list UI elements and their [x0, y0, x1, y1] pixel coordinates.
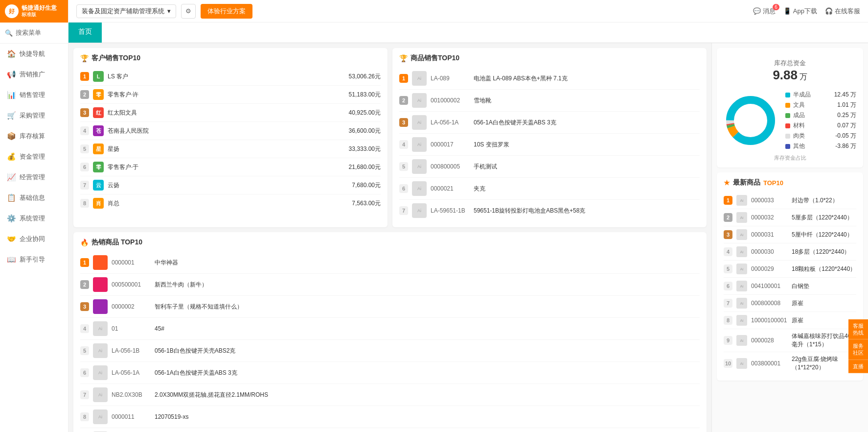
customer-name: 星扬 — [108, 145, 345, 153]
legend-item: 成品 0.25 万 — [785, 110, 856, 120]
marketing-icon: 📢 — [7, 70, 16, 79]
avatar: 零 — [93, 162, 104, 172]
customer-value: 36,600.00元 — [349, 127, 381, 135]
product-name: 5厘多层（1220*2440） — [792, 214, 856, 222]
community-label: 服务社区 — [853, 343, 864, 356]
product-name: 056-1B白色按键开关壳ABS2克 — [155, 347, 700, 355]
donut-chart-container: 半成品 12.45 万 文具 1.01 万 成品 0.25 万 材料 — [724, 90, 856, 151]
rank-number: 3 — [80, 302, 89, 311]
product-code: 0000021 — [431, 185, 470, 192]
sidebar-item-system[interactable]: ⚙️ 系统管理 — [0, 208, 68, 229]
newest-products-list: 1 Ai 0000033 封边带（1.0*22） 2 Ai 0000032 5厘… — [724, 192, 856, 375]
product-name: 夹克 — [474, 185, 700, 193]
rank-number: 5 — [80, 346, 89, 355]
rank-number: 2 — [724, 213, 732, 222]
sidebar-item-label: 系统管理 — [20, 214, 45, 223]
product-icon: Ai — [736, 195, 747, 206]
online-service-btn[interactable]: 🎧 在线客服 — [825, 7, 860, 16]
live-label: 直播 — [853, 363, 864, 369]
product-thumb — [93, 299, 108, 314]
star-icon: ★ — [724, 179, 730, 187]
list-item: 6 Ai 004100001 白钢垫 — [724, 278, 856, 295]
list-item: 1 0000001 中华神器 — [80, 252, 700, 274]
float-btn-live[interactable]: 直播 — [848, 360, 868, 373]
list-item: 8 Ai 0000011 12070519-xs — [80, 406, 700, 428]
app-download-label: App下载 — [793, 7, 817, 16]
rank-number: 4 — [80, 324, 89, 333]
svg-point-5 — [735, 105, 766, 136]
sidebar-item-label: 营销推广 — [20, 70, 45, 79]
product-thumb: Ai — [412, 71, 427, 86]
customer-value: 7,680.00元 — [352, 181, 381, 190]
content-right: 库存总资金 9.88 万 — [711, 43, 868, 432]
product-icon: Ai — [736, 335, 747, 346]
sidebar-item-basic-info[interactable]: 📋 基础信息 — [0, 188, 68, 208]
list-item: 7 Ai NB2.0X30B 2.0X30MM双搓花轴,搓花直径2.1MM/RO… — [80, 384, 700, 406]
product-name: 雪地靴 — [474, 96, 700, 105]
product-thumb — [93, 255, 108, 270]
rank-number: 2 — [399, 96, 408, 105]
content-area: 🏆 客户销售TOP10 1 L LS 客户 53,006.26元 2 零 — [69, 43, 868, 432]
sidebar-item-marketing[interactable]: 📢 营销推广 — [0, 64, 68, 85]
trial-button[interactable]: 体验行业方案 — [201, 4, 252, 19]
logo-sub: 标准版 — [22, 11, 57, 18]
service-label: 客服热线 — [853, 323, 864, 336]
sidebar-item-inventory[interactable]: 📦 库存核算 — [0, 126, 68, 146]
sidebar-item-guide[interactable]: 📖 新手引导 — [0, 249, 68, 270]
message-btn[interactable]: 💬 消息 6 — [753, 7, 776, 16]
float-btn-service[interactable]: 客服热线 — [848, 319, 868, 340]
float-btn-community[interactable]: 服务社区 — [848, 339, 868, 360]
product-code: 003800001 — [751, 360, 788, 367]
sidebar-item-operations[interactable]: 📈 经营管理 — [0, 167, 68, 188]
product-code: 0000002 — [112, 303, 151, 310]
app-download-btn[interactable]: 📱 App下载 — [783, 7, 817, 16]
table-row: 1 Ai LA-089 电池盖 LA-089 ABS本色+黑种 7.1克 — [399, 68, 700, 90]
product-code: 0000001 — [112, 259, 151, 266]
system-selector[interactable]: 装备及固定资产辅助管理系统 ▾ — [76, 4, 176, 18]
table-row: 3 红 红太阳文具 40,925.00元 — [80, 104, 381, 122]
list-item: 3 0000002 智利车子里（规格不知道填什么） — [80, 296, 700, 318]
tab-home[interactable]: 首页 — [69, 23, 102, 43]
sidebar-item-label: 销售管理 — [20, 91, 45, 99]
sidebar-item-quick-nav[interactable]: 🏠 快捷导航 — [0, 44, 68, 64]
logo-text: 畅捷通好生意 — [22, 4, 57, 11]
sidebar-item-purchase[interactable]: 🛒 采购管理 — [0, 105, 68, 126]
rank-number: 4 — [399, 140, 408, 149]
product-icon: Ai — [736, 229, 747, 240]
sidebar-item-enterprise[interactable]: 🤝 企业协同 — [0, 229, 68, 249]
product-code: 0000030 — [751, 248, 788, 255]
basic-info-icon: 📋 — [7, 193, 16, 202]
rank-number: 8 — [80, 412, 89, 421]
product-code: 10000100001 — [751, 317, 788, 324]
hot-products-panel: 🔥 热销商品 TOP10 1 0000001 中华神器 2 000500001 — [73, 232, 707, 432]
list-item: 2 000500001 新西兰牛肉（新牛） — [80, 274, 700, 296]
rank-number: 10 — [724, 359, 732, 368]
product-code: LA-056-1B — [112, 347, 151, 354]
list-item: 6 Ai LA-056-1A 056-1A白色按键开关盖ABS 3克 — [80, 362, 700, 384]
product-thumb: Ai — [412, 181, 427, 196]
operations-icon: 📈 — [7, 173, 16, 182]
customer-name: 苍南县人民医院 — [108, 127, 345, 135]
sidebar-item-sales[interactable]: 📊 销售管理 — [0, 85, 68, 105]
list-item: 10 Ai 003800001 22g鱼豆腐·烧烤味（1*12*20） — [724, 352, 856, 375]
product-thumb: Ai — [412, 159, 427, 174]
search-menu-btn[interactable]: 🔍 搜索菜单 — [5, 26, 63, 39]
rank-number: 5 — [399, 162, 408, 171]
avatar: 红 — [93, 107, 104, 118]
product-code: 001000002 — [431, 97, 470, 104]
product-name: 中华神器 — [155, 259, 700, 267]
product-code: LA-089 — [431, 75, 470, 82]
message-icon: 💬 — [753, 7, 761, 15]
customer-name: 零售客户·于 — [108, 163, 345, 171]
hot-products-list: 1 0000001 中华神器 2 000500001 新西兰牛肉（新牛） 3 — [80, 252, 700, 432]
product-name: 封边带（1.0*22） — [792, 196, 856, 205]
rank-number: 4 — [724, 247, 732, 256]
rank-number: 1 — [80, 72, 89, 81]
customer-name: 肖总 — [108, 199, 348, 208]
fire-icon: 🔥 — [80, 239, 89, 246]
list-item: 4 Ai 0000030 18多层（1220*2440） — [724, 243, 856, 261]
sidebar-item-finance[interactable]: 💰 资金管理 — [0, 146, 68, 167]
settings-button[interactable]: ⚙ — [181, 4, 196, 19]
customer-value: 33,333.00元 — [349, 145, 381, 153]
product-code: LA-056-1A — [431, 119, 470, 126]
